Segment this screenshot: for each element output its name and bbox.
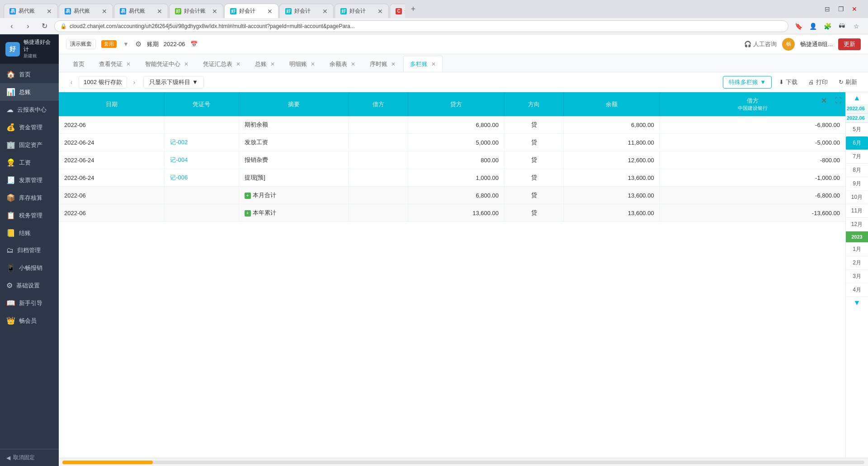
browser-tab-tab4[interactable]: 好 好会计账 ✕ [169, 4, 223, 18]
prev-account-button[interactable]: ‹ [66, 77, 77, 88]
page-tab-close-icon[interactable]: ✕ [236, 61, 241, 67]
print-button[interactable]: 🖨 打印 [805, 76, 831, 88]
forward-button[interactable]: › [22, 20, 34, 33]
tab-close-icon[interactable]: ✕ [322, 8, 328, 15]
refresh-button[interactable]: ↻ 刷新 [835, 76, 861, 88]
sidebar-item-0[interactable]: 🏠 首页 [0, 66, 59, 83]
date-month-nov[interactable]: 11月 [846, 204, 868, 218]
panel-close-button[interactable]: ✕ [817, 94, 830, 107]
date-month-jan[interactable]: 1月 [846, 243, 868, 256]
sidebar-item-1[interactable]: 📊 总账 [0, 83, 59, 101]
url-bar[interactable]: 🔒 cloud2.chanjet.com/accounting/uh26t264… [54, 20, 788, 32]
sidebar-item-9[interactable]: 📒 结账 [0, 224, 59, 242]
extensions-icon[interactable]: 🧩 [821, 20, 834, 33]
sidebar-item-13[interactable]: 📖 新手引导 [0, 294, 59, 312]
minimize-button[interactable]: ⊟ [821, 3, 834, 15]
reload-button[interactable]: ↻ [38, 20, 51, 33]
tab-favicon: 好 [175, 8, 181, 14]
page-tab-4[interactable]: 总账✕ [248, 56, 282, 72]
voucher-link[interactable]: 记-004 [170, 156, 188, 163]
next-account-button[interactable]: › [129, 77, 140, 88]
page-tab-5[interactable]: 明细账✕ [283, 56, 322, 72]
new-tab-button[interactable]: + [407, 3, 420, 15]
sidebar-item-11[interactable]: 📱 小畅报销 [0, 259, 59, 277]
sidebar-item-10[interactable]: 🗂 归档管理 [0, 242, 59, 259]
sidebar-item-14[interactable]: 👑 畅会员 [0, 312, 59, 329]
voucher-link[interactable]: 记-002 [170, 139, 188, 146]
cell-voucher[interactable]: 记-006 [165, 169, 239, 187]
download-button[interactable]: ⬇ 下载 [775, 76, 801, 88]
date-month-oct[interactable]: 10月 [846, 191, 868, 204]
page-tab-close-icon[interactable]: ✕ [184, 61, 189, 67]
sidebar-item-7[interactable]: 📦 库存核算 [0, 189, 59, 207]
page-tab-3[interactable]: 凭证汇总表✕ [196, 56, 247, 72]
page-tab-7[interactable]: 序时账✕ [363, 56, 402, 72]
date-month-dec[interactable]: 12月 [846, 218, 868, 231]
tab-close-icon[interactable]: ✕ [267, 8, 273, 15]
profile-icon[interactable]: 👤 [807, 20, 819, 33]
restore-button[interactable]: ❐ [835, 3, 847, 15]
sidebar-item-8[interactable]: 📋 税务管理 [0, 207, 59, 224]
browser-tab-tab3[interactable]: 易 易代账 ✕ [114, 4, 168, 18]
special-multicolumn-button[interactable]: 特殊多栏账 ▼ [723, 76, 772, 89]
page-tab-6[interactable]: 余额表✕ [323, 56, 362, 72]
calendar-icon[interactable]: 📅 [190, 41, 198, 47]
browser-tab-tab2[interactable]: 易 易代账 ✕ [59, 4, 113, 18]
back-button[interactable]: ‹ [5, 20, 18, 33]
sidebar-item-4[interactable]: 🏢 固定资产 [0, 136, 59, 154]
incognito-icon[interactable]: 🕶 [835, 20, 848, 33]
sidebar-item-5[interactable]: 👷 工资 [0, 154, 59, 171]
page-tab-close-icon[interactable]: ✕ [126, 61, 131, 67]
horizontal-scrollbar[interactable] [62, 461, 864, 464]
date-year-2022: 2022.06 [846, 104, 868, 113]
panel-expand-button[interactable]: ⛶ [832, 94, 844, 107]
service-button[interactable]: 🎧 人工咨询 [744, 40, 777, 48]
voucher-link[interactable]: 记-006 [170, 174, 188, 181]
page-tab-close-icon[interactable]: ✕ [351, 61, 355, 67]
date-month-mar[interactable]: 3月 [846, 270, 868, 283]
update-button[interactable]: 更新 [838, 38, 861, 50]
close-button[interactable]: ✕ [848, 3, 861, 15]
browser-tab-tab8[interactable]: C 企业工作 ✕ [390, 4, 405, 18]
page-tab-1[interactable]: 查看凭证✕ [92, 56, 137, 72]
account-selector[interactable]: 1002 银行存款 [79, 76, 127, 89]
page-tab-close-icon[interactable]: ✕ [431, 61, 436, 67]
browser-tab-tab1[interactable]: 易 易代账 ✕ [4, 4, 58, 18]
page-tab-close-icon[interactable]: ✕ [391, 61, 396, 67]
browser-tab-tab5[interactable]: 好 好会计 ✕ [224, 4, 278, 18]
cell-voucher[interactable]: 记-002 [165, 134, 239, 151]
date-month-aug[interactable]: 8月 [846, 164, 868, 177]
date-month-jul[interactable]: 7月 [846, 150, 868, 164]
date-scroll-down[interactable]: ▼ [846, 297, 868, 309]
date-month-jun[interactable]: 6月 [846, 137, 868, 150]
page-tab-0[interactable]: 首页 [66, 56, 91, 72]
tab-close-icon[interactable]: ✕ [102, 8, 107, 15]
browser-tab-tab7[interactable]: 好 好会计 ✕ [335, 4, 389, 18]
cell-voucher[interactable]: 记-004 [165, 151, 239, 169]
tab-close-icon[interactable]: ✕ [47, 8, 52, 15]
tab-close-icon[interactable]: ✕ [212, 8, 217, 15]
date-month-may[interactable]: 5月 [846, 123, 868, 137]
star-icon[interactable]: ☆ [850, 20, 863, 33]
tab-close-icon[interactable]: ✕ [157, 8, 162, 15]
sidebar-item-12[interactable]: ⚙ 基础设置 [0, 277, 59, 294]
browser-tab-tab6[interactable]: 好 好会计 ✕ [279, 4, 334, 18]
date-month-feb[interactable]: 2月 [846, 256, 868, 270]
sidebar-item-3[interactable]: 💰 资金管理 [0, 118, 59, 136]
date-header-2022: 2022.06 [846, 113, 868, 123]
settings-icon[interactable]: ⚙ [135, 40, 142, 48]
sidebar-item-6[interactable]: 🧾 发票管理 [0, 171, 59, 189]
page-tab-8[interactable]: 多栏账✕ [403, 56, 443, 72]
sidebar-item-2[interactable]: ☁ 云报表中心 [0, 101, 59, 118]
bookmark-icon[interactable]: 🔖 [792, 20, 805, 33]
date-month-apr[interactable]: 4月 [846, 283, 868, 297]
page-tab-close-icon[interactable]: ✕ [270, 61, 275, 67]
tab-close-icon[interactable]: ✕ [377, 8, 383, 15]
date-scroll-up[interactable]: ▲ [846, 92, 868, 104]
sidebar-footer[interactable]: ◀ 取消固定 [0, 449, 59, 466]
show-sub-button[interactable]: 只显示下级科目 ▼ [143, 76, 204, 89]
page-tab-close-icon[interactable]: ✕ [311, 61, 315, 67]
page-tab-2[interactable]: 智能凭证中心✕ [138, 56, 195, 72]
table-container[interactable]: 日期 凭证号 摘要 借方 贷方 方向 余额 借方 中国建设银行 [59, 92, 845, 458]
date-month-sep[interactable]: 9月 [846, 177, 868, 191]
